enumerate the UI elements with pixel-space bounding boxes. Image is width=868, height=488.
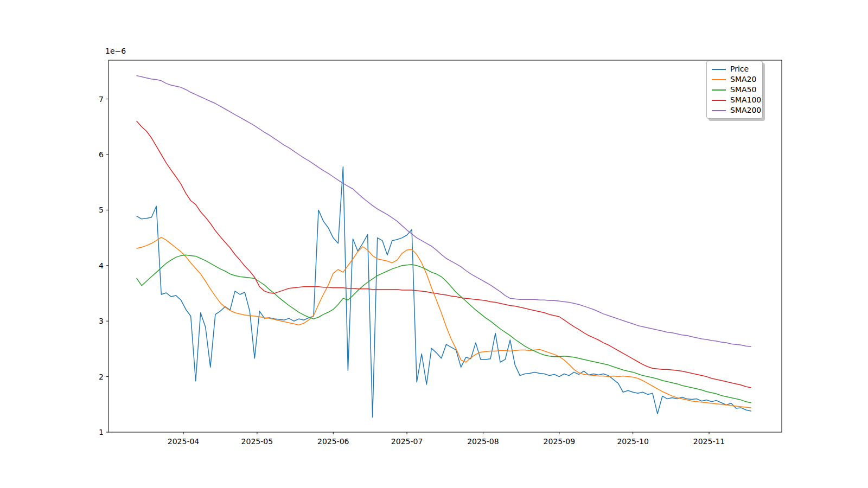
legend-label: SMA20 xyxy=(730,74,756,85)
sma100-line xyxy=(137,121,751,388)
legend: PriceSMA20SMA50SMA100SMA200 xyxy=(706,61,763,119)
sma100-legend-swatch-icon xyxy=(712,100,726,101)
y-tick-label: 2 xyxy=(99,373,104,381)
y-tick-label: 1 xyxy=(99,428,104,436)
price-legend-swatch-icon xyxy=(712,69,726,70)
sma20-legend-swatch-icon xyxy=(712,79,726,80)
y-axis-offset-label: 1e−6 xyxy=(105,47,126,55)
plot-lines xyxy=(137,76,751,418)
legend-item-price: Price xyxy=(712,64,758,74)
y-tick-label: 7 xyxy=(99,95,104,104)
x-tick-label: 2025-11 xyxy=(693,437,725,446)
legend-label: Price xyxy=(730,64,749,74)
y-tick-label: 3 xyxy=(99,317,104,325)
x-tick-label: 2025-05 xyxy=(241,437,273,446)
sma200-line xyxy=(137,76,751,347)
y-tick-label: 6 xyxy=(99,150,104,159)
figure: 2025-042025-052025-062025-072025-082025-… xyxy=(0,0,868,488)
legend-label: SMA100 xyxy=(730,95,761,105)
legend-item-sma100: SMA100 xyxy=(712,95,758,105)
x-tick-label: 2025-04 xyxy=(168,437,200,446)
axes xyxy=(108,60,782,432)
y-tick-label: 4 xyxy=(99,261,104,270)
legend-item-sma20: SMA20 xyxy=(712,74,758,85)
legend-item-sma50: SMA50 xyxy=(712,85,758,95)
x-tick-label: 2025-10 xyxy=(617,437,649,446)
legend-label: SMA50 xyxy=(730,85,756,95)
y-tick-label: 5 xyxy=(99,206,104,214)
sma50-legend-swatch-icon xyxy=(712,89,726,91)
sma200-legend-swatch-icon xyxy=(712,110,726,111)
tick-labels: 2025-042025-052025-062025-072025-082025-… xyxy=(99,95,725,446)
legend-item-sma200: SMA200 xyxy=(712,105,758,115)
x-tick-label: 2025-08 xyxy=(467,437,499,446)
sma20-line xyxy=(137,237,751,408)
sma50-line xyxy=(137,255,751,402)
axes-frame xyxy=(108,60,782,432)
legend-label: SMA200 xyxy=(730,105,761,115)
x-tick-label: 2025-09 xyxy=(544,437,576,446)
x-tick-label: 2025-07 xyxy=(391,437,423,446)
x-tick-label: 2025-06 xyxy=(317,437,349,446)
